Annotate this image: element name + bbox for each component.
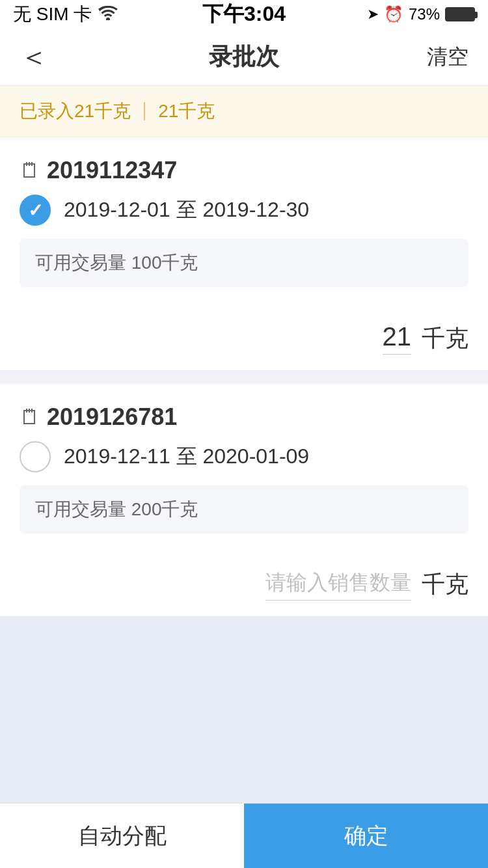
batch-2-input-placeholder: 请输入销售数量	[265, 571, 411, 594]
batch-2-date: 2019-12-11 至 2020-01-09	[64, 442, 309, 471]
batch-1-date: 2019-12-01 至 2019-12-30	[64, 196, 309, 224]
status-bar: 无 SIM 卡 下午3:04 ➤ ⏰ 73%	[0, 0, 488, 29]
bottom-bar: 自动分配 确定	[0, 803, 488, 868]
batch-2-number: 2019126781	[47, 403, 177, 431]
auto-distribute-button[interactable]: 自动分配	[0, 804, 244, 868]
summary-banner: 已录入21千克 21千克	[0, 86, 488, 137]
page-title: 录批次	[209, 41, 279, 73]
batch-2-unit: 千克	[422, 569, 468, 601]
batch-2-header: 🗒 2019126781	[20, 403, 468, 431]
batch-2-date-row: 2019-12-11 至 2020-01-09	[20, 441, 468, 472]
confirm-button[interactable]: 确定	[244, 804, 488, 868]
battery-percent: 73%	[409, 5, 440, 23]
alarm-icon: ⏰	[384, 5, 403, 23]
batch-1-available: 可用交易量 100千克	[20, 239, 468, 287]
batch-1-quantity-row: 21 千克	[0, 306, 488, 371]
summary-divider	[144, 102, 145, 120]
location-icon: ➤	[367, 6, 379, 23]
clear-button[interactable]: 清空	[427, 43, 468, 72]
wifi-icon	[98, 4, 118, 25]
batch-card-2: 🗒 2019126781 2019-12-11 至 2020-01-09 可用交…	[0, 384, 488, 553]
status-left: 无 SIM 卡	[13, 2, 118, 27]
batch-1-unit: 千克	[422, 323, 468, 355]
batch-1-quantity-value[interactable]: 21	[383, 322, 412, 355]
status-time: 下午3:04	[202, 0, 286, 29]
batch-1-doc-icon: 🗒	[20, 159, 40, 183]
batch-1-number: 2019112347	[47, 157, 177, 184]
batch-2-checkbox[interactable]	[20, 441, 51, 472]
batch-card-1: 🗒 2019112347 2019-12-01 至 2019-12-30 可用交…	[0, 137, 488, 306]
battery-icon	[445, 7, 475, 21]
batch-2-input-field[interactable]: 请输入销售数量	[265, 569, 411, 601]
batch-1-header: 🗒 2019112347	[20, 157, 468, 184]
batch-1-checkbox[interactable]	[20, 195, 51, 226]
batch-2-available: 可用交易量 200千克	[20, 485, 468, 534]
batch-card-2-section: 🗒 2019126781 2019-12-11 至 2020-01-09 可用交…	[0, 384, 488, 617]
summary-prefix: 已录入21千克	[20, 99, 131, 124]
batch-2-doc-icon: 🗒	[20, 405, 40, 429]
main-content: 已录入21千克 21千克 🗒 2019112347 2019-12-01 至 2…	[0, 86, 488, 864]
nav-bar: ＜ 录批次 清空	[0, 29, 488, 86]
status-right: ➤ ⏰ 73%	[367, 5, 475, 23]
batch-2-input-row: 请输入销售数量 千克	[0, 553, 488, 617]
back-button[interactable]: ＜	[20, 38, 48, 76]
carrier-text: 无 SIM 卡	[13, 2, 92, 27]
batch-1-date-row: 2019-12-01 至 2019-12-30	[20, 195, 468, 226]
summary-value: 21千克	[158, 99, 215, 124]
